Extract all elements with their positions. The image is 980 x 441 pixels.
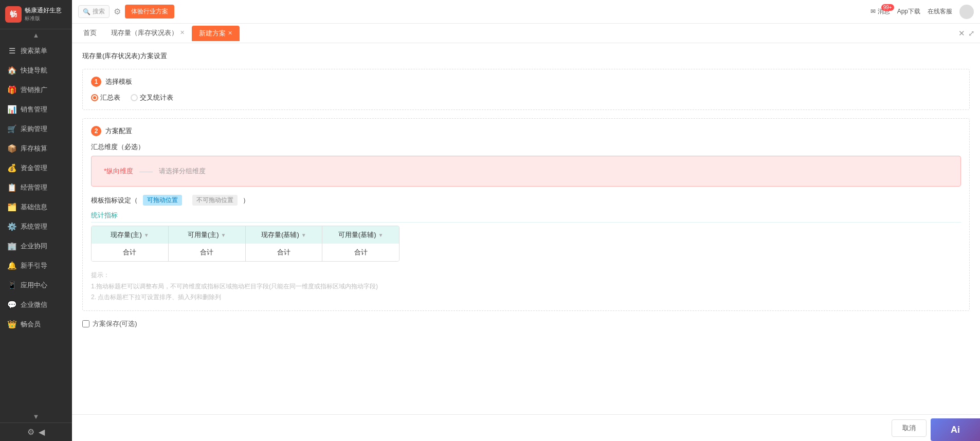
- topbar: 🔍 搜索 ⚙ 体验行业方案 ✉ 消息 99+ App下载 在线客服: [72, 0, 980, 24]
- metrics-close: ）: [243, 196, 249, 205]
- settings-button[interactable]: ⚙: [27, 427, 34, 437]
- sidebar-item-label: 系统管理: [21, 222, 47, 231]
- ai-label: Ai: [951, 425, 960, 435]
- tip-2: 2. 点击标题栏下拉可设置排序、插入列和删除列: [91, 292, 961, 303]
- crown-icon: 👑: [7, 320, 16, 329]
- tabbar-actions: ✕ ⤢: [958, 29, 980, 38]
- section-template-title: 选择模板: [105, 77, 132, 86]
- message-badge-wrap[interactable]: ✉ 消息 99+: [870, 7, 890, 16]
- sidebar-bottom: ⚙ ◀: [0, 422, 72, 441]
- bell-icon: 🔔: [7, 261, 16, 270]
- sidebar-item-label: 营销推广: [21, 85, 47, 95]
- box-icon: 📦: [7, 144, 16, 153]
- radio-summary[interactable]: 汇总表: [91, 93, 120, 102]
- scroll-down-arrow[interactable]: ▼: [0, 411, 72, 422]
- sidebar-item-wechat[interactable]: 💬 企业微信: [0, 295, 72, 315]
- tip-prefix: 提示：: [91, 270, 961, 281]
- section-2-num: 2: [91, 126, 101, 136]
- sidebar-item-vip[interactable]: 👑 畅会员: [0, 315, 72, 334]
- settings-gear-icon[interactable]: ⚙: [114, 7, 121, 16]
- sidebar-item-label: 新手引导: [21, 261, 47, 270]
- sidebar-item-app-center[interactable]: 📱 应用中心: [0, 275, 72, 295]
- chart-icon: 📊: [7, 105, 16, 114]
- cell-1: 合计: [169, 244, 246, 261]
- collapse-button[interactable]: ◀: [39, 427, 45, 437]
- sidebar-item-label: 资金管理: [21, 163, 47, 173]
- gear-icon: ⚙️: [7, 222, 16, 231]
- sidebar-item-sales[interactable]: 📊 销售管理: [0, 100, 72, 119]
- sidebar-item-marketing[interactable]: 🎁 营销推广: [0, 80, 72, 100]
- sidebar-item-search-menu[interactable]: ☰ 搜索菜单: [0, 41, 72, 61]
- search-box[interactable]: 🔍 搜索: [78, 5, 110, 18]
- sidebar-item-label: 销售管理: [21, 105, 47, 114]
- sidebar-item-inventory[interactable]: 📦 库存核算: [0, 139, 72, 158]
- tab-inventory-label: 现存量（库存状况表）: [111, 28, 178, 38]
- section-config: 2 方案配置 汇总维度（必选） *纵向维度 —— 请选择分组维度 模板指标设定（…: [82, 118, 970, 311]
- tab-expand-icon[interactable]: ⤢: [968, 29, 975, 38]
- ai-badge[interactable]: Ai: [931, 418, 980, 441]
- tab-new-plan-label: 新建方案: [199, 29, 226, 38]
- radio-summary-label: 汇总表: [100, 93, 120, 102]
- sidebar-item-purchase[interactable]: 🛒 采购管理: [0, 119, 72, 139]
- sidebar-item-basic-info[interactable]: 🗂️ 基础信息: [0, 197, 72, 217]
- save-checkbox[interactable]: [82, 320, 89, 327]
- section-config-header: 2 方案配置: [91, 126, 961, 136]
- col-header-3[interactable]: 可用量(基辅) ▼: [322, 226, 399, 244]
- tab-inventory-status[interactable]: 现存量（库存状况表） ✕: [104, 25, 192, 42]
- tab-new-plan[interactable]: 新建方案 ✕: [192, 26, 240, 41]
- sidebar-item-corp[interactable]: 🏢 企业协同: [0, 236, 72, 256]
- sidebar-item-label: 企业微信: [21, 300, 47, 309]
- cell-0: 合计: [92, 244, 169, 261]
- cancel-button[interactable]: 取消: [892, 419, 927, 437]
- cell-3: 合计: [322, 244, 399, 261]
- tip-1: 1.拖动标题栏可以调整布局，不可跨维度或指标区域拖动栏目字段(只能在同一维度或指…: [91, 281, 961, 292]
- col-header-2[interactable]: 现存量(基辅) ▼: [246, 226, 323, 244]
- sidebar-item-label: 应用中心: [21, 281, 47, 290]
- building-icon: 🏢: [7, 242, 16, 251]
- sidebar-item-label: 经营管理: [21, 183, 47, 192]
- col-header-1[interactable]: 可用量(主) ▼: [169, 226, 246, 244]
- chevron-down-icon-2: ▼: [301, 232, 306, 238]
- sidebar: 畅 畅康通好生意 标准版 ▲ ☰ 搜索菜单 🏠 快捷导航 🎁 营销推广 📊 销售…: [0, 0, 72, 441]
- topbar-right: ✉ 消息 99+ App下载 在线客服: [870, 5, 974, 19]
- metrics-label-text: 模板指标设定（: [91, 196, 138, 205]
- sidebar-item-label: 基础信息: [21, 203, 47, 212]
- col-label-2: 现存量(基辅): [261, 230, 299, 240]
- section-config-title: 方案配置: [105, 126, 132, 136]
- tabbar: 首页 现存量（库存状况表） ✕ 新建方案 ✕ ✕ ⤢: [72, 24, 980, 43]
- tab-home-label: 首页: [83, 28, 97, 38]
- sidebar-item-new-guide[interactable]: 🔔 新手引导: [0, 256, 72, 275]
- sidebar-item-system[interactable]: ⚙️ 系统管理: [0, 217, 72, 236]
- online-service-link[interactable]: 在线客服: [928, 7, 952, 16]
- dimension-placeholder: 请选择分组维度: [159, 167, 206, 176]
- stats-table-header: 现存量(主) ▼ 可用量(主) ▼ 现存量(基辅) ▼ 可用量(基辅): [92, 226, 399, 244]
- radio-crosstab-circle: [131, 94, 138, 101]
- scroll-up-arrow[interactable]: ▲: [0, 29, 72, 41]
- main-area: 🔍 搜索 ⚙ 体验行业方案 ✉ 消息 99+ App下载 在线客服 首页 现存量…: [72, 0, 980, 441]
- tab-new-plan-close-icon[interactable]: ✕: [228, 30, 232, 36]
- col-header-0[interactable]: 现存量(主) ▼: [92, 226, 169, 244]
- sidebar-item-label: 畅会员: [21, 320, 41, 329]
- sidebar-item-label: 搜索菜单: [21, 46, 47, 56]
- dimension-required-text: *纵向维度: [104, 167, 133, 176]
- app-version: 标准版: [25, 15, 62, 22]
- tab-close-all-icon[interactable]: ✕: [958, 29, 965, 38]
- money-icon: 💰: [7, 163, 16, 173]
- chevron-down-icon-1: ▼: [221, 232, 226, 238]
- industry-plan-button[interactable]: 体验行业方案: [125, 5, 174, 19]
- radio-crosstab[interactable]: 交叉统计表: [131, 93, 173, 102]
- tab-home[interactable]: 首页: [76, 25, 104, 42]
- tab-inventory-close-icon[interactable]: ✕: [180, 29, 185, 36]
- template-radio-group: 汇总表 交叉统计表: [91, 93, 961, 102]
- logo-icon: 畅: [5, 6, 22, 23]
- sidebar-item-operations[interactable]: 📋 经营管理: [0, 178, 72, 197]
- content-inner: 现存量(库存状况表)方案设置 1 选择模板 汇总表 交叉统计表: [72, 43, 980, 414]
- sidebar-item-quick-nav[interactable]: 🏠 快捷导航: [0, 61, 72, 80]
- app-download-link[interactable]: App下载: [897, 7, 920, 16]
- mobile-icon: 📱: [7, 281, 16, 290]
- radio-summary-circle: [91, 94, 98, 101]
- sidebar-item-finance[interactable]: 💰 资金管理: [0, 158, 72, 178]
- dimension-area[interactable]: *纵向维度 —— 请选择分组维度: [91, 156, 961, 187]
- user-avatar[interactable]: [959, 5, 974, 19]
- sidebar-nav: ☰ 搜索菜单 🏠 快捷导航 🎁 营销推广 📊 销售管理 🛒 采购管理 📦 库存核…: [0, 41, 72, 411]
